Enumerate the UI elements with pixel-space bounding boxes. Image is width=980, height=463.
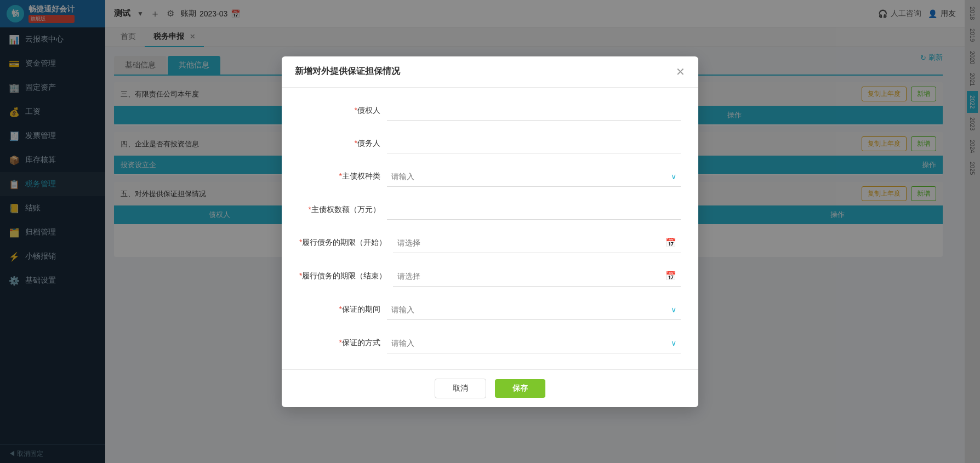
field-zhuzhaiquanshue: *主债权数额（万元） — [299, 200, 681, 220]
label-zhaiwuren: *债务人 — [299, 139, 387, 148]
required-star: * — [339, 338, 342, 347]
input-lvxingkaishi[interactable] — [393, 233, 665, 253]
field-baozhenFangshi: *保证的方式 ∨ — [299, 333, 681, 353]
input-zhuzhaiquanshue[interactable] — [387, 200, 681, 220]
select-wrapper-baozhenqijian: ∨ — [387, 300, 681, 320]
field-baozhenqijian: *保证的期间 ∨ — [299, 300, 681, 320]
modal-body: *债权人 *债务人 *主债权种类 ∨ — [282, 88, 698, 369]
required-star: * — [299, 238, 302, 247]
required-star: * — [299, 271, 302, 280]
required-star: * — [355, 139, 357, 147]
label-zhuzhaiquanshue: *主债权数额（万元） — [299, 205, 387, 215]
required-star: * — [355, 106, 357, 115]
save-button[interactable]: 保存 — [495, 379, 545, 398]
label-zhaiquanren: *债权人 — [299, 106, 387, 116]
input-zhaiwuren[interactable] — [387, 134, 681, 153]
field-zhuzhaiquanzlei: *主债权种类 ∨ — [299, 167, 681, 187]
select-wrapper-baozhenFangshi: ∨ — [387, 333, 681, 353]
field-lvxingjieshi: *履行债务的期限（结束） 📅 — [299, 266, 681, 287]
label-baozhenqijian: *保证的期间 — [299, 305, 387, 315]
calendar-icon-lvxingkaishi[interactable]: 📅 — [665, 237, 681, 248]
date-wrapper-lvxingkaishi: 📅 — [393, 233, 681, 253]
label-zhuzhaiquanzlei: *主债权种类 — [299, 172, 387, 181]
dropdown-arrow-zhuzhaiquanzlei[interactable]: ∨ — [671, 172, 681, 181]
field-lvxingkaishi: *履行债务的期限（开始） 📅 — [299, 233, 681, 253]
field-zhaiquanren: *债权人 — [299, 101, 681, 121]
cancel-button[interactable]: 取消 — [435, 379, 486, 398]
input-baozhenqijian[interactable] — [387, 300, 671, 319]
modal-title: 新增对外提供保证担保情况 — [295, 66, 400, 77]
dropdown-arrow-baozhenFangshi[interactable]: ∨ — [671, 339, 681, 347]
input-baozhenFangshi[interactable] — [387, 333, 671, 353]
input-lvxingjieshi[interactable] — [393, 266, 665, 286]
modal-header: 新增对外提供保证担保情况 ✕ — [282, 56, 698, 88]
required-star: * — [309, 205, 311, 214]
label-lvxingkaishi: *履行债务的期限（开始） — [299, 238, 393, 248]
field-zhaiwuren: *债务人 — [299, 134, 681, 153]
calendar-icon-lvxingjieshi[interactable]: 📅 — [665, 271, 681, 281]
modal-footer: 取消 保存 — [282, 369, 698, 407]
input-zhaiquanren[interactable] — [387, 101, 681, 121]
label-baozhenFangshi: *保证的方式 — [299, 338, 387, 348]
date-wrapper-lvxingjieshi: 📅 — [393, 266, 681, 287]
input-zhuzhaiquanzlei[interactable] — [387, 167, 671, 186]
select-wrapper-zhuzhaiquanzlei: ∨ — [387, 167, 681, 187]
required-star: * — [339, 305, 342, 313]
modal-overlay[interactable]: 新增对外提供保证担保情况 ✕ *债权人 *债务人 *主债权种类 — [0, 0, 980, 463]
required-star: * — [339, 172, 342, 180]
dropdown-arrow-baozhenqijian[interactable]: ∨ — [671, 305, 681, 314]
modal: 新增对外提供保证担保情况 ✕ *债权人 *债务人 *主债权种类 — [282, 56, 698, 407]
label-lvxingjieshi: *履行债务的期限（结束） — [299, 271, 393, 281]
modal-close-button[interactable]: ✕ — [676, 65, 685, 78]
